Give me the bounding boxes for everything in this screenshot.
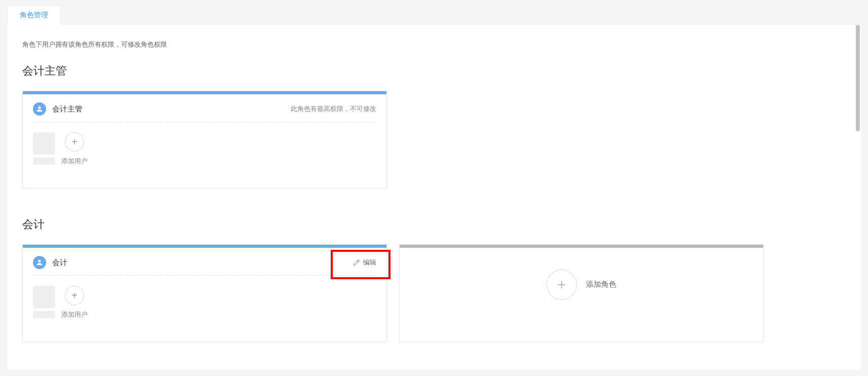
plus-icon: + — [65, 286, 84, 305]
page-description: 角色下用户拥有该角色所有权限，可修改角色权限 — [22, 40, 846, 49]
role-name: 会计 — [52, 258, 67, 268]
edit-label: 编辑 — [363, 258, 376, 267]
role-icon — [33, 256, 46, 269]
plus-icon: + — [65, 132, 84, 152]
card-header: 会计主管 此角色有最高权限，不可修改 — [33, 94, 376, 122]
card-header: 会计 编辑 — [33, 248, 376, 276]
card-body: + 添加用户 — [23, 276, 386, 342]
edit-button[interactable]: 编辑 — [353, 258, 376, 267]
section-title-supervisor: 会计主管 — [22, 63, 846, 79]
content-area: 角色下用户拥有该角色所有权限，可修改角色权限 会计主管 会计主管 此角色有最高权… — [7, 25, 861, 369]
plus-icon: + — [546, 270, 577, 300]
avatar-blur — [33, 286, 55, 308]
scrollbar-track[interactable] — [856, 25, 860, 369]
section-title-accountant: 会计 — [22, 217, 846, 232]
role-name: 会计主管 — [52, 104, 83, 114]
avatar-blur — [33, 132, 55, 155]
edit-icon — [353, 259, 360, 266]
tab-role-management[interactable]: 角色管理 — [7, 5, 61, 25]
add-user-label: 添加用户 — [61, 157, 88, 166]
add-user-label: 添加用户 — [61, 310, 88, 319]
name-blur — [33, 311, 55, 318]
tab-bar: 角色管理 — [7, 0, 861, 25]
add-role-button[interactable]: + 添加角色 — [400, 248, 763, 321]
add-role-label: 添加角色 — [586, 280, 616, 289]
scrollbar-thumb[interactable] — [856, 25, 860, 131]
role-note: 此角色有最高权限，不可修改 — [291, 104, 376, 114]
add-user-button[interactable]: + 添加用户 — [61, 132, 88, 166]
user-avatar-placeholder[interactable] — [33, 286, 55, 318]
role-card-accountant: 会计 编辑 + — [22, 244, 387, 342]
user-avatar-placeholder[interactable] — [33, 132, 55, 165]
card-body: + 添加用户 — [23, 122, 386, 188]
role-icon — [33, 102, 46, 116]
role-card-supervisor: 会计主管 此角色有最高权限，不可修改 + 添加用户 — [22, 91, 387, 189]
tab-label: 角色管理 — [20, 11, 48, 19]
name-blur — [33, 158, 55, 165]
add-user-button[interactable]: + 添加用户 — [61, 286, 88, 319]
add-role-card: + 添加角色 — [399, 244, 764, 342]
